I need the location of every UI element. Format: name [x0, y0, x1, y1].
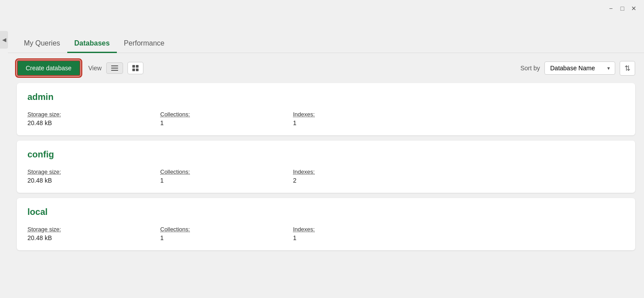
database-list: admin Storage size: 20.48 kB Collections… [8, 83, 644, 298]
collections-stat: Collections: 1 [160, 226, 293, 241]
database-card[interactable]: admin Storage size: 20.48 kB Collections… [17, 83, 635, 135]
storage-size-label: Storage size: [27, 111, 160, 118]
sort-by-label: Sort by [521, 65, 540, 72]
create-database-button[interactable]: Create database [17, 60, 81, 76]
storage-size-value: 20.48 kB [27, 119, 160, 126]
main-content: My Queries Databases Performance Create … [0, 0, 644, 298]
collections-value: 1 [160, 177, 293, 184]
storage-size-stat: Storage size: 20.48 kB [27, 111, 160, 126]
close-button[interactable]: ✕ [630, 4, 638, 12]
sort-direction-icon: ⇅ [625, 65, 630, 72]
list-view-button[interactable] [106, 62, 123, 74]
collections-label: Collections: [160, 168, 293, 175]
indexes-stat: Indexes: 2 [293, 168, 426, 184]
database-card[interactable]: local Storage size: 20.48 kB Collections… [17, 198, 635, 250]
maximize-button[interactable]: □ [618, 4, 626, 12]
tab-my-queries[interactable]: My Queries [17, 35, 67, 53]
storage-size-value: 20.48 kB [27, 177, 160, 184]
indexes-label: Indexes: [293, 111, 426, 118]
list-view-icon [111, 65, 118, 71]
collections-label: Collections: [160, 226, 293, 233]
indexes-value: 1 [293, 119, 426, 126]
storage-size-value: 20.48 kB [27, 234, 160, 241]
window-controls: − □ ✕ [601, 0, 644, 17]
tab-performance[interactable]: Performance [117, 35, 172, 53]
database-stats: Storage size: 20.48 kB Collections: 1 In… [27, 226, 625, 241]
storage-size-stat: Storage size: 20.48 kB [27, 226, 160, 241]
database-name: local [27, 207, 625, 217]
minimize-button[interactable]: − [607, 4, 615, 12]
sidebar-toggle[interactable]: ◀ [0, 31, 8, 49]
view-label: View [89, 65, 102, 72]
tab-bar: My Queries Databases Performance [8, 0, 644, 53]
collections-stat: Collections: 1 [160, 111, 293, 126]
collections-stat: Collections: 1 [160, 168, 293, 184]
database-card[interactable]: config Storage size: 20.48 kB Collection… [17, 141, 635, 193]
indexes-value: 1 [293, 234, 426, 241]
collections-value: 1 [160, 234, 293, 241]
toolbar: Create database View Sort by Database Na… [8, 53, 644, 83]
storage-size-label: Storage size: [27, 168, 160, 175]
database-stats: Storage size: 20.48 kB Collections: 1 In… [27, 168, 625, 184]
storage-size-label: Storage size: [27, 226, 160, 233]
storage-size-stat: Storage size: 20.48 kB [27, 168, 160, 184]
sort-select-wrapper: Database Name Storage Size Collections I… [544, 61, 615, 75]
indexes-stat: Indexes: 1 [293, 111, 426, 126]
indexes-label: Indexes: [293, 226, 426, 233]
database-name: config [27, 149, 625, 160]
indexes-value: 2 [293, 177, 426, 184]
database-stats: Storage size: 20.48 kB Collections: 1 In… [27, 111, 625, 126]
grid-view-button[interactable] [127, 62, 143, 74]
collections-value: 1 [160, 119, 293, 126]
database-name: admin [27, 92, 625, 102]
indexes-stat: Indexes: 1 [293, 226, 426, 241]
tab-databases[interactable]: Databases [67, 35, 117, 53]
grid-view-icon [132, 65, 139, 71]
collections-label: Collections: [160, 111, 293, 118]
sort-controls: Sort by Database Name Storage Size Colle… [521, 61, 635, 76]
sort-direction-button[interactable]: ⇅ [620, 61, 635, 76]
sort-select[interactable]: Database Name Storage Size Collections I… [544, 61, 615, 75]
indexes-label: Indexes: [293, 168, 426, 175]
